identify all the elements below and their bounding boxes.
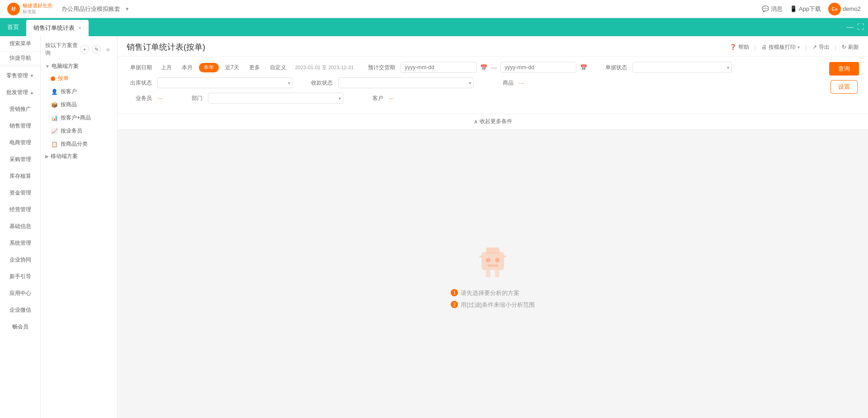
expected-date-to-input[interactable] [500, 62, 576, 73]
export-btn[interactable]: ↗ 导出 [812, 43, 830, 51]
content-area: 按以下方案查询 + ✎ « ▼ 电脑端方案 按单 👤 [41, 36, 868, 418]
customer-select-dots[interactable]: ··· [389, 95, 394, 102]
print-btn[interactable]: 🖨 按模板打印 ▾ [761, 43, 800, 51]
scheme-section-pc-header[interactable]: ▼ 电脑端方案 [41, 61, 117, 72]
sidebar-item-system[interactable]: 系统管理 [0, 235, 40, 252]
sidebar-item-member[interactable]: 畅会员 [0, 318, 40, 335]
app-title: 办公用品行业模拟账套 [61, 5, 120, 13]
date-btn-last-7days[interactable]: 近7天 [222, 63, 243, 72]
product-select-dots[interactable]: ··· [519, 79, 524, 86]
date-label: 单据日期 [127, 64, 152, 71]
tip-num-2: 2 [451, 301, 458, 308]
setting-btn[interactable]: 设置 [830, 80, 858, 94]
tab-expand-btn[interactable]: ⛶ [857, 23, 864, 31]
scheme-item-by-category[interactable]: 📋 按商品分类 [41, 138, 117, 151]
sidebar-item-inventory[interactable]: 库存核算 [0, 168, 40, 185]
scheme-item-by-order[interactable]: 按单 [41, 72, 117, 85]
logo-text: 畅捷通好生意 [23, 3, 52, 9]
tab-sales-order-stats[interactable]: 销售订单统计表 × [26, 20, 89, 36]
refresh-btn[interactable]: ↻ 刷新 [842, 43, 859, 51]
logo-text-block: 畅捷通好生意 标准版 [23, 3, 52, 15]
retail-arrow-icon: ▼ [30, 73, 34, 78]
salesperson-select-dots[interactable]: ··· [157, 95, 163, 102]
sidebar-item-collaboration[interactable]: 企业协同 [0, 252, 40, 268]
svg-rect-8 [495, 270, 500, 277]
sidebar-item-sales[interactable]: 销售管理 [0, 118, 40, 134]
svg-rect-7 [486, 270, 491, 277]
date-separator: — [491, 64, 497, 71]
sidebar-item-retail[interactable]: 零售管理 ▼ [0, 67, 40, 84]
delivery-label: 出库状态 [127, 79, 152, 87]
scheme-collapse-btn[interactable]: « [104, 45, 113, 54]
sidebar-item-appcenter[interactable]: 应用中心 [0, 285, 40, 302]
department-label: 部门 [177, 95, 203, 102]
sidebar-item-purchase[interactable]: 采购管理 [0, 151, 40, 168]
date-btn-more[interactable]: 更多 [245, 63, 264, 72]
scheme-add-btn[interactable]: + [80, 45, 89, 54]
expected-date-group: 📅 — 📅 [401, 62, 587, 73]
top-bar-left: 好 畅捷通好生意 标准版 办公用品行业模拟账套 ▾ [7, 3, 129, 15]
calendar-from-icon[interactable]: 📅 [480, 64, 487, 71]
empty-tip-1: 1 请先选择要分析的方案 [451, 289, 534, 297]
tab-bar: 首页 销售订单统计表 × — ⛶ [0, 18, 868, 36]
top-bar-right: 💬 消息 📱 App下载 Ea demo2 [762, 3, 861, 15]
product-label: 商品 [488, 79, 514, 87]
tab-close-btn[interactable]: × [78, 25, 81, 31]
scheme-category-icon: 📋 [51, 141, 58, 148]
tab-minimize-btn[interactable]: — [846, 23, 854, 31]
sidebar-item-ecommerce[interactable]: 电商管理 [0, 134, 40, 151]
logo-area: 好 畅捷通好生意 标准版 [7, 3, 52, 15]
user-menu[interactable]: Ea demo2 [828, 3, 861, 15]
calendar-to-icon[interactable]: 📅 [580, 64, 587, 71]
scheme-panel-header: 按以下方案查询 + ✎ « [41, 40, 117, 61]
scheme-item-by-salesperson[interactable]: 📈 按业务员 [41, 124, 117, 138]
department-select[interactable] [208, 93, 344, 104]
help-btn[interactable]: ❓ 帮助 [730, 43, 749, 51]
export-icon: ↗ [812, 44, 817, 50]
scheme-section-mobile: ▶ 移动端方案 [41, 151, 117, 162]
scheme-item-by-product[interactable]: 📦 按商品 [41, 98, 117, 111]
department-select-wrap: ▾ [208, 93, 344, 104]
expected-date-from-input[interactable] [401, 62, 476, 73]
svg-rect-5 [479, 256, 483, 257]
sidebar-item-basics[interactable]: 基础信息 [0, 218, 40, 235]
sidebar-item-wechat[interactable]: 企业微信 [0, 302, 40, 318]
date-btn-this-month[interactable]: 本月 [178, 63, 196, 72]
scheme-item-by-customer-product[interactable]: 📊 按客户+商品 [41, 111, 117, 124]
sidebar-item-wholesale[interactable]: 批发管理 ▲ [0, 84, 40, 101]
sidebar-item-operations[interactable]: 经营管理 [0, 201, 40, 218]
sidebar-item-newuser[interactable]: 新手引导 [0, 268, 40, 285]
scheme-item-by-customer[interactable]: 👤 按客户 [41, 85, 117, 98]
scheme-edit-btn[interactable]: ✎ [92, 45, 101, 54]
query-btn[interactable]: 查询 [829, 62, 859, 76]
scheme-item-active-dot [51, 76, 55, 81]
sidebar-quick-nav[interactable]: 快捷导航 [0, 52, 40, 65]
messages-btn[interactable]: 💬 消息 [762, 5, 783, 13]
refresh-icon: ↻ [842, 44, 846, 50]
date-btn-last-month[interactable]: 上月 [157, 63, 175, 72]
payment-select[interactable] [338, 77, 474, 88]
svg-point-2 [486, 258, 491, 262]
status-select[interactable] [632, 62, 732, 73]
date-btn-custom[interactable]: 自定义 [266, 63, 290, 72]
expected-date-label: 预计交货期 [368, 64, 395, 71]
tab-home[interactable]: 首页 [0, 18, 26, 36]
delivery-select[interactable] [157, 77, 293, 88]
date-btn-group: 上月 本月 本年 近7天 更多 自定义 [157, 63, 290, 72]
app-download-btn[interactable]: 📱 App下载 [790, 5, 821, 13]
help-icon: ❓ [730, 44, 736, 50]
sidebar-item-marketing[interactable]: 营销推广 [0, 101, 40, 118]
main-layout: 搜索菜单 快捷导航 零售管理 ▼ 批发管理 ▲ 营销推广 销售管理 电商管理 采… [0, 36, 868, 418]
scheme-product-icon: 📦 [51, 101, 58, 109]
scheme-section-mobile-header[interactable]: ▶ 移动端方案 [41, 151, 117, 162]
sidebar-search[interactable]: 搜索菜单 [0, 36, 40, 52]
date-btn-this-year[interactable]: 本年 [199, 63, 219, 72]
collapse-more-btn[interactable]: ∧ 收起更多条件 [474, 118, 512, 125]
payment-label: 收款状态 [307, 79, 333, 87]
sidebar-item-finance[interactable]: 资金管理 [0, 185, 40, 201]
title-dropdown-icon[interactable]: ▾ [126, 5, 129, 12]
salesperson-label: 业务员 [127, 95, 152, 102]
page-title-bar: 销售订单统计表(按单) ❓ 帮助 | 🖨 按模板打印 ▾ | ↗ [118, 36, 868, 57]
sidebar: 搜索菜单 快捷导航 零售管理 ▼ 批发管理 ▲ 营销推广 销售管理 电商管理 采… [0, 36, 41, 418]
download-icon: 📱 [790, 5, 797, 12]
